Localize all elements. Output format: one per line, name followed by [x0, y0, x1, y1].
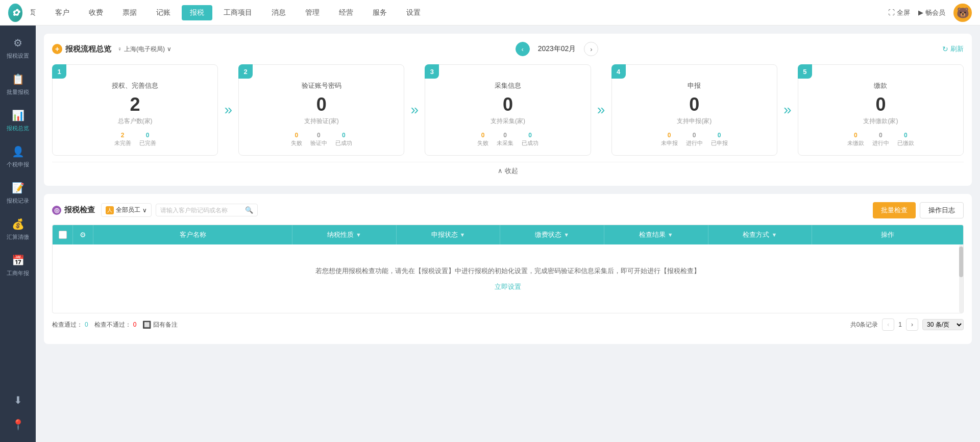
check-title-icon: ◎: [52, 206, 61, 215]
operation-log-btn[interactable]: 操作日志: [920, 202, 964, 218]
sidebar-item-batch-tax[interactable]: 📋 批量报税: [0, 67, 36, 101]
th-declare-status: 申报状态 ▼: [397, 225, 501, 244]
nav-item-fee[interactable]: 收费: [81, 5, 111, 20]
steps-container: 1 授权、完善信息 2 总客户数(家) 2 未完善 0 已完善 »: [52, 64, 964, 156]
step-3-stat-2[interactable]: 0 已成功: [522, 132, 538, 147]
logo[interactable]: ✿: [0, 0, 31, 26]
sidebar-label-tax-overview: 报税总览: [7, 125, 29, 132]
employee-filter[interactable]: 人 全部员工 ∨: [101, 203, 152, 217]
personal-tax-icon: 👤: [11, 144, 25, 159]
arrow-1-icon: »: [224, 102, 232, 118]
nav-item-bills[interactable]: 票据: [114, 5, 145, 20]
fullscreen-btn[interactable]: ⛶ 全屏: [888, 8, 910, 17]
scrollbar-thumb: [959, 247, 963, 277]
step-2-stat-1[interactable]: 0 验证中: [310, 132, 327, 147]
sidebar-label-annual-report: 工商年报: [7, 269, 29, 277]
prev-page-btn[interactable]: ‹: [882, 318, 894, 331]
step-4-stat-0-label: 未申报: [661, 139, 678, 147]
th-declare-filter-icon[interactable]: ▼: [460, 232, 465, 238]
step-2-stat-2-value: 0: [342, 132, 346, 139]
sidebar-item-tax-settings[interactable]: ⚙ 报税设置: [0, 31, 36, 65]
tax-record-icon: 📝: [11, 181, 25, 195]
step-2-stat-0[interactable]: 0 失败: [291, 132, 302, 147]
nav-item-accounting[interactable]: 记账: [148, 5, 179, 20]
nav-item-message[interactable]: 消息: [263, 5, 294, 20]
step-5-card: 5 缴款 0 支持缴款(家) 0 未缴款 0 进行中 0 已缴款: [798, 64, 964, 156]
table-header: ⚙ 客户名称 纳税性质 ▼ 申报状态 ▼ 缴费状态 ▼: [53, 225, 963, 244]
nav-item-customer[interactable]: 客户: [47, 5, 78, 20]
step-5-stat-0-value: 0: [854, 132, 857, 139]
refresh-icon: ↻: [942, 45, 948, 53]
step-4-stat-0-value: 0: [668, 132, 671, 139]
header-checkbox[interactable]: [59, 231, 67, 239]
step-1-stat-1-label: 已完善: [139, 139, 156, 147]
sidebar-item-annual-report[interactable]: 📅 工商年报: [0, 248, 36, 282]
sidebar-item-personal-tax[interactable]: 👤 个税申报: [0, 139, 36, 174]
collapse-bar[interactable]: ∧ 收起: [52, 162, 964, 178]
sidebar-item-tax-overview[interactable]: 📊 报税总览: [0, 103, 36, 137]
nav-item-tax[interactable]: 报税: [182, 5, 212, 20]
nav-item-operation[interactable]: 经营: [331, 5, 361, 20]
step-2-stat-0-label: 失败: [291, 139, 302, 147]
check-title: ◎ 报税检查: [52, 205, 95, 215]
mascot[interactable]: 🐻: [953, 4, 972, 22]
table-scrollbar[interactable]: [959, 244, 963, 313]
nav-item-manage[interactable]: 管理: [297, 5, 328, 20]
search-icon[interactable]: 🔍: [245, 206, 253, 214]
nav-item-service[interactable]: 服务: [364, 5, 395, 20]
step-4-stat-2[interactable]: 0 已申报: [711, 132, 728, 147]
step-5-stat-2[interactable]: 0 已缴款: [897, 132, 914, 147]
th-check-method-filter-icon[interactable]: ▼: [771, 232, 777, 238]
setup-link[interactable]: 立即设置: [495, 281, 521, 292]
sidebar-item-download[interactable]: ⬇: [0, 388, 36, 412]
th-tax-nature-filter-icon[interactable]: ▼: [356, 232, 361, 238]
flow-nav: ‹ 2023年02月 ›: [516, 42, 599, 56]
arrow-4-icon: »: [783, 102, 792, 118]
filter-group: 人 全部员工 ∨ 🔍: [101, 203, 258, 217]
settlement-icon: 💰: [11, 217, 25, 231]
step-3-stat-2-value: 0: [528, 132, 532, 139]
member-label: 畅会员: [925, 8, 945, 17]
step-3-title: 采集信息: [433, 77, 582, 90]
step-4-stat-0[interactable]: 0 未申报: [661, 132, 678, 147]
step-3-stat-1[interactable]: 0 未采集: [497, 132, 513, 147]
flow-location[interactable]: ♀ 上海(电子税局) ∨: [117, 45, 172, 54]
tax-check-card: ◎ 报税检查 人 全部员工 ∨ 🔍 批量检查 操作日志: [44, 194, 972, 345]
member-icon: ▶: [918, 9, 923, 16]
step-2-number: 2: [238, 64, 253, 79]
nav-item-settings[interactable]: 设置: [398, 5, 429, 20]
step-5-stat-0[interactable]: 0 未缴款: [847, 132, 864, 147]
step-2-stat-2[interactable]: 0 已成功: [335, 132, 352, 147]
sidebar-item-tax-record[interactable]: 📝 报税记录: [0, 176, 36, 210]
prev-month-btn[interactable]: ‹: [516, 42, 530, 56]
sidebar-item-settlement[interactable]: 💰 汇算清缴: [0, 212, 36, 246]
th-settings[interactable]: ⚙: [73, 225, 93, 244]
page-size-select[interactable]: 30 条/页 50 条/页 100 条/页: [922, 319, 964, 330]
flow-header: + 报税流程总览 ♀ 上海(电子税局) ∨ ‹ 2023年02月 › ↻ 刷新: [52, 42, 964, 56]
location-icon-text: ♀: [117, 45, 122, 53]
step-1-stat-0[interactable]: 2 未完善: [114, 132, 131, 147]
next-page-btn[interactable]: ›: [906, 318, 918, 331]
sidebar-label-settlement: 汇算清缴: [7, 233, 29, 241]
step-5-stat-0-label: 未缴款: [847, 139, 864, 147]
refresh-btn[interactable]: ↻ 刷新: [942, 44, 964, 54]
step-4-stat-1[interactable]: 0 进行中: [686, 132, 703, 147]
footer-pass-value[interactable]: 0: [85, 321, 88, 328]
th-pay-filter-icon[interactable]: ▼: [564, 232, 569, 238]
th-customer-name-label: 客户名称: [180, 230, 206, 239]
sidebar-item-location[interactable]: 📍: [0, 412, 36, 437]
step-4-number: 4: [611, 64, 626, 79]
search-input[interactable]: [160, 207, 242, 214]
nav-item-commerce[interactable]: 工商项目: [215, 5, 260, 20]
step-5-stat-1[interactable]: 0 进行中: [872, 132, 889, 147]
step-3-stat-0[interactable]: 0 失败: [477, 132, 488, 147]
th-checkbox[interactable]: [53, 225, 73, 244]
step-1-stat-1[interactable]: 0 已完善: [139, 132, 156, 147]
member-btn[interactable]: ▶ 畅会员: [918, 8, 945, 17]
th-pay-status-label: 缴费状态: [535, 230, 561, 239]
next-month-btn[interactable]: ›: [584, 42, 598, 56]
footer-fail-value[interactable]: 0: [133, 321, 137, 328]
th-check-result-filter-icon[interactable]: ▼: [668, 232, 673, 238]
batch-check-btn[interactable]: 批量检查: [873, 202, 916, 218]
step-1-stat-0-label: 未完善: [114, 139, 131, 147]
